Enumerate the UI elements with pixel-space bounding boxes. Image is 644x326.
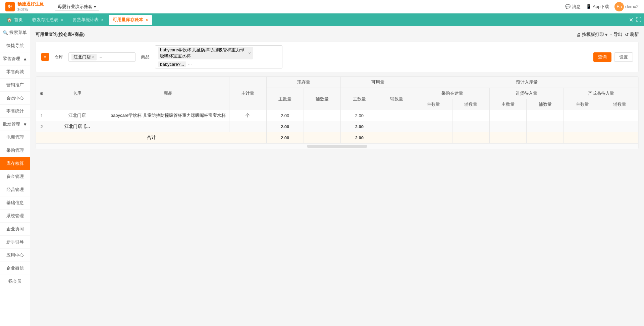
row-1-available-sub <box>378 110 415 121</box>
col-incoming-pending-sub: 辅数量 <box>527 99 564 110</box>
summary-row: 合计 2.00 2.00 <box>36 132 638 143</box>
sidebar-item-retail-stats[interactable]: 零售统计 <box>0 105 30 118</box>
tab-receipts[interactable]: 收发存汇总表 × <box>28 15 67 25</box>
warehouse-tag-close-icon[interactable]: × <box>92 54 95 59</box>
sidebar-item-vip[interactable]: 畅会员 <box>0 275 30 288</box>
sidebar-item-ecommerce[interactable]: 电商管理 <box>0 131 30 144</box>
warehouse-tag-box[interactable]: 江北门店 × ··· <box>68 52 136 62</box>
sidebar-item-inventory-check[interactable]: 库存核算 <box>0 157 30 170</box>
refresh-label: 刷新 <box>630 32 639 38</box>
product-tag-box[interactable]: babycare学饮杯 儿童防摔防撞吸管杯重力球吸嘴杯宝宝水杯 × babyca… <box>155 45 282 68</box>
print-icon: 🖨 <box>576 32 581 37</box>
sidebar-operations-label: 经营管理 <box>6 187 24 192</box>
sidebar-system-mgmt-label: 系统管理 <box>6 213 24 218</box>
tab-home-label: 首页 <box>14 17 23 23</box>
page-title-row: 可用量查询(按仓库+商品) 🖨 按模板打印 ▾ ↑ 导出 ↺ 刷新 <box>36 32 639 38</box>
row-1-product: babycare学饮杯 儿童防摔防撞吸管杯重力球吸嘴杯宝宝水杯 <box>107 110 229 121</box>
tab-receipts-label: 收发存汇总表 <box>32 17 58 23</box>
col-purchase-in-sub: 辅数量 <box>452 99 489 110</box>
row-1-warehouse: 江北门店 <box>47 110 107 121</box>
search-icon: 🔍 <box>3 30 8 35</box>
logo-sub: 标准版 <box>17 7 44 12</box>
row-2-available-sub <box>378 121 415 132</box>
top-right: 💬 消息 📱 App下载 Ea demo2 <box>565 2 639 11</box>
col-current-stock-main: 主数量 <box>266 88 304 110</box>
row-2-incoming-pending-main <box>489 121 527 132</box>
sidebar-enterprise-wechat-label: 企业微信 <box>6 266 24 271</box>
warehouse-ellipsis[interactable]: ··· <box>99 54 102 59</box>
col-finished-pending-main: 主数量 <box>564 99 601 110</box>
product-tag-text-1: babycare学饮杯 儿童防摔防撞吸管杯重力球吸嘴杯宝宝水杯 <box>160 47 247 59</box>
user-menu[interactable]: Ea demo2 <box>614 2 639 11</box>
row-1-current-stock-main: 2.00 <box>266 110 304 121</box>
sidebar-vip-label: 畅会员 <box>8 279 21 284</box>
sidebar-item-retail-mall[interactable]: 零售商城 <box>0 65 30 79</box>
sidebar-item-member-center[interactable]: 会员中心 <box>0 92 30 105</box>
top-header: 好 畅捷通好生意 标准版 母婴行业演示账套 ▾ 💬 消息 📱 App下载 Ea … <box>0 0 644 13</box>
page-title: 可用量查询(按仓库+商品) <box>36 32 85 38</box>
table-scrollbar[interactable] <box>36 143 638 149</box>
row-1-available-main: 2.00 <box>341 110 378 121</box>
sidebar-item-system-mgmt[interactable]: 系统管理 <box>0 209 30 223</box>
row-2-purchase-in-main <box>415 121 452 132</box>
close-receipts-icon[interactable]: × <box>61 18 63 22</box>
close-order-stat-icon[interactable]: × <box>101 18 103 22</box>
close-all-tabs-icon[interactable]: ✕ <box>629 17 633 23</box>
col-product: 商品 <box>107 77 229 110</box>
row-1-incoming-pending-sub <box>527 110 564 121</box>
settings-icon[interactable]: ⚙ <box>40 91 44 96</box>
tab-home[interactable]: 🏠 首页 <box>3 15 27 25</box>
refresh-icon: ↺ <box>625 32 629 37</box>
phone-icon: 📱 <box>586 4 591 9</box>
summary-incoming-pending-sub <box>527 132 564 143</box>
sidebar-item-marketing[interactable]: 营销推广 <box>0 79 30 92</box>
sidebar-item-quick-nav[interactable]: 快捷导航 <box>0 39 30 52</box>
summary-current-stock-sub <box>304 132 341 143</box>
industry-selector[interactable]: 母婴行业演示账套 ▾ <box>55 3 99 11</box>
col-warehouse: 仓库 <box>47 77 107 110</box>
filter-toggle-button[interactable]: » <box>41 53 49 61</box>
warehouse-tag: 江北门店 × <box>71 54 97 60</box>
export-icon: ↑ <box>610 32 612 37</box>
message-icon: 💬 <box>565 4 571 9</box>
username: demo2 <box>625 4 639 9</box>
sidebar-wholesale-mgmt-label: 批发管理 <box>3 121 20 127</box>
sidebar-item-app-center[interactable]: 应用中心 <box>0 249 30 262</box>
chevron-down-icon2: ▾ <box>605 32 607 37</box>
sidebar-item-operations[interactable]: 经营管理 <box>0 183 30 196</box>
close-available-stock-icon[interactable]: × <box>146 18 148 22</box>
product-ellipsis[interactable]: ··· <box>188 62 192 67</box>
col-incoming-pending-main: 主数量 <box>489 99 527 110</box>
search-button[interactable]: 查询 <box>593 52 611 62</box>
sidebar-item-retail-mgmt[interactable]: 零售管理 ▲ <box>0 52 30 65</box>
export-button[interactable]: ↑ 导出 <box>610 32 623 38</box>
col-current-stock-sub: 辅数量 <box>304 88 341 110</box>
settings-button[interactable]: 设置 <box>614 52 633 62</box>
sidebar-item-wholesale-mgmt[interactable]: 批发管理 ▼ <box>0 118 30 131</box>
col-incoming-pending: 进货待入量 <box>489 88 564 99</box>
sidebar-search[interactable]: 🔍 搜索菜单 <box>0 26 30 39</box>
logo-icon: 好 <box>5 2 15 11</box>
logo-text: 畅捷通好生意 <box>17 1 44 7</box>
fullscreen-icon[interactable]: ⛶ <box>636 17 641 23</box>
sidebar-inventory-check-label: 库存核算 <box>6 161 24 166</box>
sidebar-item-purchase-mgmt[interactable]: 采购管理 <box>0 144 30 157</box>
industry-label: 母婴行业演示账套 <box>58 4 93 10</box>
col-current-stock: 现存量 <box>266 77 341 88</box>
sidebar-item-basic-info[interactable]: 基础信息 <box>0 196 30 209</box>
product-tag-close-1-icon[interactable]: × <box>248 51 251 56</box>
tab-available-stock[interactable]: 可用量库存账本 × <box>109 15 152 25</box>
sidebar-item-enterprise-collab[interactable]: 企业协同 <box>0 223 30 236</box>
row-1-current-stock-sub <box>304 110 341 121</box>
sidebar-basic-info-label: 基础信息 <box>6 200 24 205</box>
app-download-button[interactable]: 📱 App下载 <box>586 4 609 10</box>
warehouse-tag-text: 江北门店 <box>73 54 91 60</box>
sidebar-item-new-guide[interactable]: 新手引导 <box>0 236 30 249</box>
tab-order-stat[interactable]: 要货单统计表 × <box>68 15 107 25</box>
sidebar-item-finance[interactable]: 资金管理 <box>0 170 30 183</box>
message-button[interactable]: 💬 消息 <box>565 4 581 10</box>
print-template-button[interactable]: 🖨 按模板打印 ▾ <box>576 32 607 38</box>
sidebar-item-enterprise-wechat[interactable]: 企业微信 <box>0 262 30 275</box>
refresh-button[interactable]: ↺ 刷新 <box>625 32 639 38</box>
row-2-finished-pending-main <box>564 121 601 132</box>
